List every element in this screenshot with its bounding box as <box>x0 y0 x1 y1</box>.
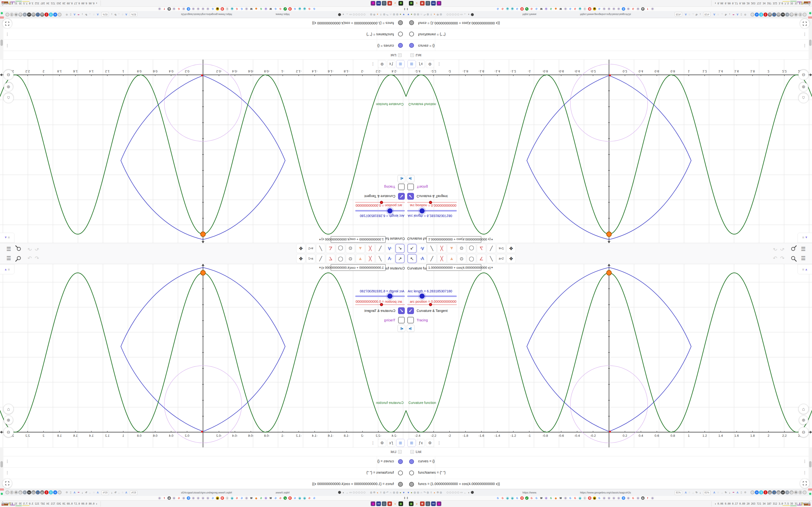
bookmark-favicon[interactable]: Я <box>288 496 292 500</box>
menu-icon[interactable]: ☰ <box>6 255 11 262</box>
search-icon[interactable] <box>791 256 797 262</box>
bookmark-favicon[interactable]: ✓ <box>284 496 287 500</box>
url-text[interactable]: https://www.geogebra.org/classic/aagcxh3… <box>181 13 232 16</box>
bookmark-favicon[interactable]: D <box>187 7 190 11</box>
bookmark-favicon[interactable]: ◍ <box>298 496 301 500</box>
bookmark-favicon[interactable]: G <box>240 496 243 500</box>
translate-icon[interactable]: A <box>735 13 739 16</box>
arc-length-slider[interactable] <box>407 295 457 297</box>
url-text[interactable]: https://www.geogebra.org/classic/aagcxh3… <box>580 491 631 494</box>
bookmark-favicon[interactable]: G <box>235 7 239 11</box>
point-tool-icon[interactable]: ∙A <box>417 244 426 253</box>
algebra-row-curves[interactable]: curves = {} ⋮ <box>0 39 406 51</box>
bookmark-favicon[interactable]: ✿ <box>245 7 248 11</box>
bookmark-favicon[interactable]: G <box>535 7 538 11</box>
arc-length-slider[interactable] <box>355 295 405 297</box>
shield-icon[interactable]: ♦ <box>467 491 470 494</box>
bookmark-favicon[interactable]: Я <box>221 496 224 500</box>
collapse-list-button[interactable]: – <box>398 53 402 57</box>
bookmark-favicon[interactable]: W <box>540 7 543 11</box>
bookmark-favicon[interactable]: ✿ <box>197 7 200 11</box>
bookmark-favicon[interactable]: D <box>622 496 625 500</box>
zoom-out-button[interactable]: ⊖ <box>3 70 13 80</box>
firefox-app-icon[interactable]: ◕ <box>414 501 419 506</box>
algebra-style-button[interactable]: ⊞ <box>396 60 405 68</box>
terminal-app-icon[interactable]: ▣ <box>409 501 413 506</box>
back-arrow-icon[interactable]: ← <box>345 491 349 494</box>
globe-icon[interactable]: ◍ <box>426 491 430 494</box>
arc-length-slider[interactable] <box>407 210 457 212</box>
headphones-icon[interactable]: ∩ <box>389 13 393 16</box>
settings-app-icon[interactable]: ⚙ <box>420 1 424 6</box>
display-app-icon[interactable]: ▢ <box>425 501 430 506</box>
wrench-icon[interactable]: † <box>379 491 383 494</box>
graphics-stylebar-button[interactable]: ≡ ▲ <box>0 264 14 274</box>
bookmark-favicon[interactable]: G <box>598 7 601 11</box>
curvature-tangent-checkbox[interactable]: ✓ <box>407 193 414 200</box>
tray-collapse-icon[interactable]: ⌃ <box>1 501 4 504</box>
terminal-app-icon[interactable]: ▣ <box>399 1 403 6</box>
bookmark-favicon[interactable]: ✿ <box>192 496 195 500</box>
globe-orange-icon[interactable]: ☼ <box>772 12 776 17</box>
zoom-in-button[interactable]: ⊕ <box>4 415 13 425</box>
gear-icon[interactable]: ⚙ <box>750 490 755 495</box>
row-menu-icon[interactable]: ⋮ <box>5 44 9 48</box>
bookmark-favicon[interactable]: G <box>501 7 504 11</box>
bookmark-favicon[interactable]: Я <box>288 7 292 11</box>
firefox-icon[interactable]: ◕ <box>433 13 436 16</box>
bookmark-favicon[interactable]: ◍ <box>303 7 306 11</box>
trash-shield-icon[interactable]: ▤ <box>32 12 36 17</box>
angle-tool-icon[interactable]: ∠ <box>477 254 486 263</box>
gear-icon[interactable]: ⚙ <box>373 491 376 494</box>
perpendicular-line-tool-icon[interactable]: ╳ <box>437 244 446 253</box>
gear-icon[interactable]: ⚙ <box>65 491 69 494</box>
row-menu-icon[interactable]: ⋮ <box>5 32 9 37</box>
lock-icon[interactable]: ⚫ <box>338 491 342 494</box>
forward-arrow-icon[interactable]: → <box>117 13 121 16</box>
graphics-view[interactable]: -2.4-2.2-2-1.8-1.6-1.4-1.2-1-0.8-0.6-0.4… <box>406 264 812 448</box>
bookmark-favicon[interactable]: ✿ <box>607 7 611 11</box>
bookmark-favicon[interactable]: ✿ <box>651 7 654 11</box>
forward-arrow-icon[interactable]: → <box>691 491 695 494</box>
visibility-toggle[interactable] <box>398 32 403 37</box>
download-icon[interactable]: ↓ <box>81 491 84 494</box>
star-icon[interactable]: ☆ <box>716 13 720 16</box>
bookmark-favicon[interactable]: G <box>496 7 500 11</box>
bookmark-favicon[interactable]: f <box>646 7 649 11</box>
reflect-tool-icon[interactable]: ╲ <box>316 254 325 263</box>
visibility-toggle[interactable] <box>398 482 403 487</box>
home-view-button[interactable]: ⌂ <box>799 93 809 103</box>
highlighter-icon[interactable]: ✒ <box>77 13 80 16</box>
globe-gray-icon[interactable]: ◍ <box>790 12 794 17</box>
algebra-row-funcs[interactable]: funcs = {1.000000000000 + cos(4.00000000… <box>0 18 406 28</box>
highlighter-icon[interactable]: ✒ <box>732 13 735 16</box>
bookmark-favicon[interactable]: ✿ <box>245 496 248 500</box>
translate-icon[interactable]: A <box>96 491 100 494</box>
arc-position-slider-knob[interactable] <box>429 303 432 306</box>
zoom-in-button[interactable]: ⊕ <box>4 82 13 92</box>
function-list-button[interactable]: ƒx <box>387 439 395 447</box>
back-arrow-icon[interactable]: ← <box>345 13 349 16</box>
tray-collapse-icon[interactable]: ⌃ <box>808 501 811 504</box>
bookmark-favicon[interactable]: W <box>540 496 543 500</box>
visibility-toggle[interactable] <box>398 43 403 48</box>
globe-icon[interactable]: ◍ <box>392 491 396 494</box>
gear-icon[interactable]: ⚙ <box>750 12 755 17</box>
bookmark-favicon[interactable]: G <box>496 496 500 500</box>
visibility-toggle[interactable] <box>398 459 403 464</box>
undo-icon[interactable]: ↶ <box>35 245 39 252</box>
visibility-toggle[interactable] <box>409 470 414 475</box>
globe-icon[interactable]: ◍ <box>395 491 399 494</box>
floppy64-app-icon[interactable]: 64 <box>376 501 381 506</box>
bookmark-favicon[interactable]: G <box>631 7 635 11</box>
star-icon[interactable]: ☆ <box>688 13 691 16</box>
more-menu-button[interactable]: ⋮ <box>435 439 443 447</box>
bookmark-favicon[interactable]: ▣ <box>216 496 219 500</box>
polygon-tool-icon[interactable]: ▲ <box>447 254 456 263</box>
shield-icon[interactable]: ♦ <box>342 13 345 16</box>
bookmark-favicon[interactable]: f <box>646 496 649 500</box>
shield-icon[interactable]: ♦ <box>342 491 345 494</box>
avatar-app-icon[interactable]: ◉ <box>371 1 375 6</box>
point-tool-icon[interactable]: ∙A <box>386 244 395 253</box>
folder-icon[interactable]: ▭ <box>460 13 463 16</box>
